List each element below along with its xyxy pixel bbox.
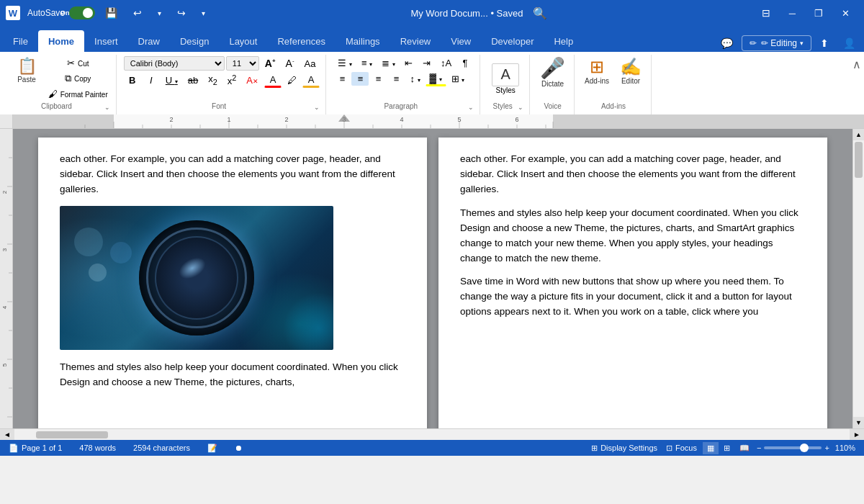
save-button[interactable]: 💾 <box>99 4 123 22</box>
superscript-btn[interactable]: x2 <box>223 72 241 88</box>
tab-review[interactable]: Review <box>390 30 441 52</box>
styles-button[interactable]: A Styles <box>487 61 523 96</box>
underline-btn[interactable]: U ▾ <box>161 73 182 87</box>
tab-draw[interactable]: Draw <box>128 30 170 52</box>
doc-content-right: each other. For example, you can add a m… <box>460 152 806 320</box>
hscroll-thumb[interactable] <box>36 431 108 438</box>
styles-expand-btn[interactable]: ⌄ <box>518 104 523 111</box>
dictate-button[interactable]: 🎤 Dictate <box>537 56 568 90</box>
align-left-btn[interactable]: ≡ <box>333 72 351 86</box>
user-button[interactable]: 👤 <box>837 35 861 52</box>
vscroll-thumb[interactable] <box>855 142 863 178</box>
borders-btn[interactable]: ⊞ ▾ <box>447 72 469 86</box>
align-right-btn[interactable]: ≡ <box>369 72 387 86</box>
editing-mode-button[interactable]: ✏ ✏ Editing ▾ <box>742 35 811 51</box>
page-number-status[interactable]: 📄 Page 1 of 1 <box>6 444 65 453</box>
bold-btn[interactable]: B <box>124 73 141 87</box>
font-size-select[interactable]: 11 <box>226 56 259 71</box>
line-spacing-btn[interactable]: ↕ ▾ <box>405 72 424 86</box>
tab-mailings[interactable]: Mailings <box>336 30 390 52</box>
tab-file[interactable]: File <box>3 30 38 52</box>
words-text: 478 words <box>79 444 116 452</box>
tab-view[interactable]: View <box>441 30 481 52</box>
zoom-level-status[interactable]: 110% <box>832 444 858 452</box>
doc-page-right[interactable]: each other. For example, you can add a m… <box>438 138 827 428</box>
italic-btn[interactable]: I <box>143 73 160 87</box>
change-case-btn[interactable]: Aa <box>300 57 320 71</box>
numbering-btn[interactable]: ≡ ▾ <box>357 56 377 70</box>
comments-button[interactable]: 💬 <box>715 35 739 52</box>
share-button[interactable]: ⬆ <box>814 35 834 52</box>
justify-btn[interactable]: ≡ <box>387 72 405 86</box>
tab-insert[interactable]: Insert <box>84 30 128 52</box>
para-row-2: ≡ ≡ ≡ ≡ ↕ ▾ ▓ ▾ ⊞ ▾ <box>333 71 474 86</box>
tab-references[interactable]: References <box>267 30 335 52</box>
hscroll-left-btn[interactable]: ◄ <box>0 429 14 440</box>
zoom-out-btn[interactable]: − <box>757 444 761 452</box>
redo-button[interactable]: ↪ <box>171 4 192 22</box>
scroll-up-btn[interactable]: ▲ <box>853 129 864 140</box>
ribbon-display-btn[interactable]: ⊟ <box>753 3 779 23</box>
increase-indent-btn[interactable]: ⇥ <box>418 56 436 70</box>
bullets-btn[interactable]: ☰ ▾ <box>333 56 356 70</box>
autosave-toggle[interactable]: On <box>69 6 95 19</box>
clear-formatting-btn[interactable]: A✕ <box>242 73 263 87</box>
print-layout-btn[interactable]: ▦ <box>703 442 719 454</box>
grow-font-btn[interactable]: A+ <box>261 56 280 71</box>
strikethrough-btn[interactable]: ab <box>184 73 202 87</box>
web-layout-btn[interactable]: ⊞ <box>719 442 734 454</box>
font-name-select[interactable]: Calibri (Body) <box>124 56 225 71</box>
shading-btn[interactable]: ▓ ▾ <box>426 71 446 86</box>
display-settings-status[interactable]: ⊞ Display Settings <box>588 444 660 453</box>
font-expand-btn[interactable]: ⌄ <box>314 104 320 111</box>
document-scroll[interactable]: each other. For example, you can add a m… <box>13 129 852 428</box>
decrease-indent-btn[interactable]: ⇤ <box>400 56 418 70</box>
tab-help[interactable]: Help <box>544 30 583 52</box>
cut-button[interactable]: ✂ Cut <box>46 56 110 70</box>
scroll-down-btn[interactable]: ▼ <box>853 417 864 428</box>
focus-status[interactable]: ⊡ Focus <box>663 444 700 453</box>
tab-layout[interactable]: Layout <box>219 30 267 52</box>
restore-btn[interactable]: ❐ <box>806 4 832 23</box>
text-color-btn[interactable]: A <box>302 73 320 88</box>
styles-group-bottom: Styles ⌄ <box>487 101 523 114</box>
doc-page-left[interactable]: each other. For example, you can add a m… <box>38 138 427 428</box>
hscroll-right-btn[interactable]: ► <box>850 429 864 440</box>
subscript-btn[interactable]: x2 <box>204 72 222 88</box>
editor-button[interactable]: ✍ Editor <box>616 56 645 87</box>
search-button[interactable]: 🔍 <box>527 4 553 23</box>
tab-developer[interactable]: Developer <box>481 30 544 52</box>
add-ins-button[interactable]: ⊞ Add-ins <box>582 56 612 87</box>
customize-qat[interactable]: ▾ <box>196 6 211 20</box>
undo-dropdown[interactable]: ▾ <box>152 6 167 20</box>
reader-btn[interactable]: 📖 <box>735 442 754 454</box>
clipboard-expand-btn[interactable]: ⌄ <box>104 104 110 111</box>
styles-label: Styles <box>495 86 515 94</box>
highlight-btn[interactable]: 🖊 <box>283 73 301 87</box>
tab-design[interactable]: Design <box>170 30 219 52</box>
collapse-ribbon-btn[interactable]: ∧ <box>852 58 861 71</box>
sort-btn[interactable]: ↕A <box>436 56 456 70</box>
tab-home[interactable]: Home <box>38 30 84 52</box>
align-center-btn[interactable]: ≡ <box>351 72 369 86</box>
horizontal-scrollbar[interactable]: ◄ ► <box>0 428 864 440</box>
shrink-font-btn[interactable]: A- <box>282 56 299 71</box>
vscroll-track[interactable] <box>853 140 864 417</box>
hscroll-track[interactable] <box>14 431 850 439</box>
copy-button[interactable]: ⧉ Copy <box>46 71 110 86</box>
para-expand-btn[interactable]: ⌄ <box>468 104 474 111</box>
show-hide-btn[interactable]: ¶ <box>456 56 474 70</box>
paste-button[interactable]: 📋 Paste <box>9 56 45 86</box>
view-buttons: ▦ ⊞ 📖 <box>703 442 754 454</box>
multilevel-btn[interactable]: ≣ ▾ <box>377 56 400 70</box>
zoom-in-btn[interactable]: + <box>824 444 829 452</box>
zoom-slider[interactable] <box>764 446 822 449</box>
words-status[interactable]: 478 words <box>76 444 119 452</box>
close-btn[interactable]: ✕ <box>833 4 858 23</box>
minimize-btn[interactable]: ─ <box>780 4 804 23</box>
format-painter-button[interactable]: 🖌 Format Painter <box>46 87 110 101</box>
vertical-scrollbar[interactable]: ▲ ▼ <box>852 129 864 428</box>
undo-button[interactable]: ↩ <box>127 4 148 22</box>
characters-status[interactable]: 2594 characters <box>130 444 193 452</box>
font-color-btn[interactable]: A <box>264 73 282 88</box>
